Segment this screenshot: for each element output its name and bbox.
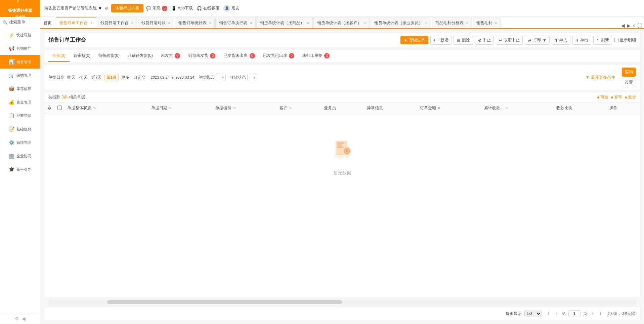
sidebar-item-operations[interactable]: 📋 经营管理 (0, 109, 40, 122)
payment-select[interactable] (247, 74, 257, 81)
tab-cash-reconcile[interactable]: 钱货日清对账 × (138, 17, 174, 28)
sidebar-item-purchase[interactable]: 🛒 采购管理 (0, 69, 40, 82)
sub-tab-shop-ship[interactable]: 旺铺待发货(0) (124, 50, 157, 62)
suspend-button[interactable]: ⊘ 中止 (475, 36, 494, 45)
tabs-prev-icon[interactable]: ◀ (620, 23, 626, 28)
sub-tab-shipped-not-out[interactable]: 已发货未出库 0 (219, 50, 259, 62)
tab-sales-customer[interactable]: 销货单统计表（按客户） × (313, 17, 370, 28)
tab-sales-margin-close[interactable]: × (495, 21, 497, 25)
col-amount-sort[interactable]: ⇅ (438, 106, 440, 110)
sidebar-item-basic-info[interactable]: 📝 基础信息 (0, 122, 40, 136)
page-first-icon[interactable]: 《 (544, 310, 551, 317)
tab-gross-profit-close[interactable]: × (466, 21, 468, 25)
sub-tab-shipped-out[interactable]: 已发货已出库 0 (259, 50, 298, 62)
date-yesterday-btn[interactable]: 昨天 (66, 74, 77, 81)
col-customer-sort[interactable]: ⇅ (289, 106, 292, 110)
gear-settings-icon[interactable]: ⚙ (105, 6, 109, 11)
tab-sales-staff-close[interactable]: × (425, 21, 427, 25)
page-number-input[interactable] (568, 310, 581, 317)
import-button[interactable]: ⬆ 导入 (552, 36, 570, 45)
sidebar-item-finance[interactable]: 💰 资金管理 (0, 95, 40, 109)
cancel-suspend-button[interactable]: ↩ 取消中止 (496, 36, 523, 45)
sub-tab-all[interactable]: 全部(0) (48, 50, 70, 62)
message-action[interactable]: 💬 消息 6 (146, 5, 167, 11)
sys-name-dropdown[interactable]: 装备及固定资产辅助管理系统 ▼ (44, 5, 102, 11)
smart-generate-button[interactable]: ★ 智能生单 (400, 36, 428, 44)
sidebar-item-guide[interactable]: 🎓 新手引导 (0, 163, 40, 176)
col-status-sort[interactable]: ⇅ (93, 106, 96, 110)
sidebar-item-search[interactable]: 🔍 搜索菜单 (0, 17, 40, 28)
show-detail-checkbox[interactable] (614, 38, 618, 42)
sub-tab-pending-review[interactable]: 待审核(0) (70, 50, 95, 62)
ship-action-btn[interactable]: 发货 (625, 94, 636, 100)
tab-sales-stat[interactable]: 销售订单统计表 × (175, 17, 215, 28)
filter-settings-button[interactable]: 设置 (622, 78, 636, 87)
tab-sales-product-close[interactable]: × (307, 21, 309, 25)
add-button[interactable]: + + 新增 (430, 36, 452, 45)
col-date-sort[interactable]: ⇅ (169, 106, 172, 110)
tab-sales-order-close[interactable]: × (90, 21, 92, 25)
review-action-btn[interactable]: 审核 (597, 94, 608, 100)
tabs-next-icon[interactable]: ▶ (626, 23, 631, 28)
user-action[interactable]: 👤 用友 (223, 5, 240, 12)
page-last-icon[interactable]: 》 (598, 310, 605, 317)
experience-button[interactable]: 体验行业方案 (111, 4, 143, 12)
sidebar-item-sales[interactable]: 📊 销售管理 (0, 55, 40, 69)
collapse-icon[interactable]: ◀ (22, 316, 26, 321)
show-detail-checkbox-label[interactable]: 显示明细 (614, 37, 636, 43)
tab-sales-exec[interactable]: 销售订单执行表 × (215, 17, 256, 28)
settings-gear-icon[interactable]: ⚙ (15, 316, 19, 321)
sidebar-item-system[interactable]: ⚙️ 系统管理 (0, 136, 40, 149)
tab-sales-product[interactable]: 销货单统计表（按商品） × (256, 17, 313, 28)
date-7days-btn[interactable]: 近7天 (90, 74, 103, 81)
status-select[interactable] (216, 74, 226, 81)
sub-tab-not-printed[interactable]: 未打印单据 0 (298, 50, 334, 62)
page-next-icon[interactable]: 〉 (590, 310, 597, 317)
tab-cash-clear-close[interactable]: × (131, 21, 133, 25)
tab-home[interactable]: 首页 (40, 17, 55, 28)
sidebar-item-marketing[interactable]: 📢 营销推广 (0, 42, 40, 55)
col-setting[interactable]: ⚙ (44, 103, 54, 114)
delete-button[interactable]: 🗑 删除 (454, 36, 473, 45)
scrollbar-thumb[interactable] (107, 300, 342, 304)
sub-tab-overdue-ship[interactable]: 到期未发货 0 (184, 50, 219, 62)
online-service-action[interactable]: 🎧 在线客服 (197, 5, 219, 11)
refresh-button[interactable]: ↻ 刷新 (593, 36, 612, 45)
tab-sales-order[interactable]: 销售订单工作台 × (56, 17, 96, 28)
sub-tab-not-shipped[interactable]: 未发货 0 (157, 50, 184, 62)
date-today-btn[interactable]: 今天 (78, 74, 89, 81)
date-more-btn[interactable]: 更多 (120, 74, 131, 81)
tabs-close-all-icon[interactable]: × (632, 23, 636, 28)
app-download-action[interactable]: 📱 App下载 (171, 5, 193, 11)
select-all-checkbox[interactable] (57, 106, 62, 110)
col-check[interactable] (54, 103, 65, 114)
sidebar: 🍊 畅捷通好生意 标准版 🔍 搜索菜单 ⚡ 快捷导航 📢 营销推广 📊 销售管理… (0, 0, 40, 324)
sidebar-item-enterprise[interactable]: 🏢 企业协同 (0, 149, 40, 163)
tab-sales-customer-close[interactable]: × (364, 21, 366, 25)
page-prev-icon[interactable]: 〈 (552, 310, 559, 317)
sub-tab-pending-pick[interactable]: 待拣验货(0) (94, 50, 124, 62)
col-collected-sort[interactable]: ⇅ (505, 106, 508, 110)
query-button[interactable]: 查询 (622, 68, 636, 77)
tab-sales-exec-close[interactable]: × (250, 21, 252, 25)
date-1month-btn[interactable]: 近1月 (104, 74, 119, 81)
tab-sales-margin[interactable]: 销售毛利 × (473, 17, 501, 28)
horizontal-scrollbar[interactable] (48, 300, 636, 304)
export-button[interactable]: ⬇ 导出 (572, 36, 591, 45)
cancel-review-action-btn[interactable]: 弃审 (611, 94, 622, 100)
tab-cash-clear[interactable]: 钱货日清工作台 × (97, 17, 137, 28)
col-number-sort[interactable]: ⇅ (233, 106, 236, 110)
print-button[interactable]: 🖨 打印 ▼ (525, 36, 550, 45)
top-header: 装备及固定资产辅助管理系统 ▼ ⚙ 体验行业方案 💬 消息 6 📱 App下载 … (40, 0, 644, 17)
tab-sales-stat-close[interactable]: × (209, 21, 211, 25)
sidebar-item-quick-nav[interactable]: ⚡ 快捷导航 (0, 28, 40, 42)
tabs-fullscreen-icon[interactable]: ⛶ (637, 23, 643, 28)
tab-gross-profit[interactable]: 商品毛利分析表 × (432, 17, 472, 28)
tab-cash-reconcile-close[interactable]: × (168, 21, 170, 25)
col-customer-label: 客户 (280, 106, 288, 110)
date-custom-btn[interactable]: 自定义 (132, 74, 147, 81)
sidebar-item-inventory[interactable]: 📦 库存核算 (0, 82, 40, 95)
expand-more-btn[interactable]: ▼ 展开更多条件 (586, 75, 615, 80)
tab-sales-staff[interactable]: 销货单统计表（按业务员） × (371, 17, 431, 28)
per-page-select[interactable]: 50 100 200 (524, 310, 542, 317)
